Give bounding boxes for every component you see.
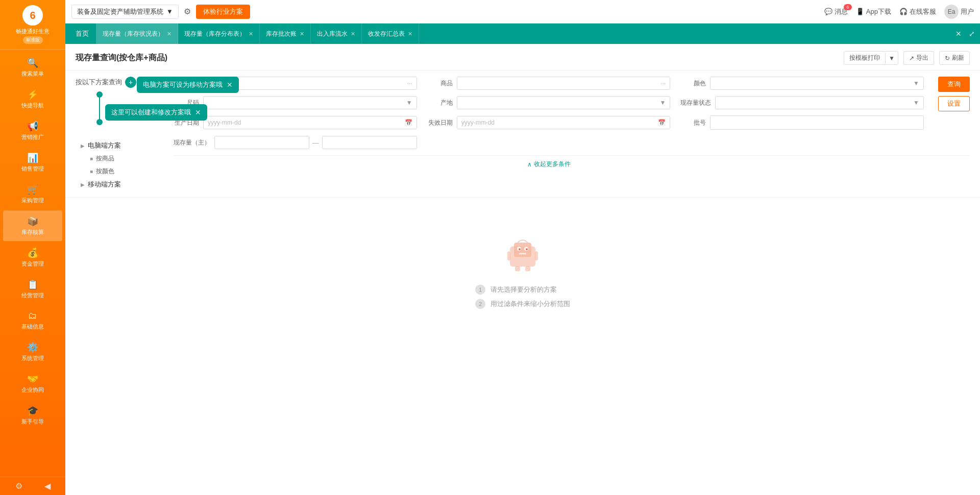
sidebar-item-purchase[interactable]: 🛒 采购管理 <box>3 179 62 209</box>
empty-step-1: 1 请先选择要分析的方案 <box>475 285 570 295</box>
sidebar-label-guide: 新手引导 <box>21 418 44 426</box>
marketing-icon: 📢 <box>27 121 38 132</box>
sidebar-item-system[interactable]: ⚙️ 系统管理 <box>3 337 62 367</box>
stock-qty-range: — <box>214 136 417 149</box>
svg-rect-6 <box>519 253 526 254</box>
scheme-mobile-group[interactable]: ▶ 移动端方案 <box>81 178 167 191</box>
search-icon: 🔍 <box>27 57 38 68</box>
origin-field: 产地 ▼ <box>427 96 671 109</box>
expire-date-input[interactable]: yyyy-mm-dd 📅 <box>457 116 671 129</box>
app-download-btn[interactable]: 📱 App下载 <box>856 7 891 16</box>
headset-icon: 🎧 <box>899 8 908 15</box>
tab-close-recv-summary[interactable]: ✕ <box>408 31 412 37</box>
tab-close-inventory-status[interactable]: ✕ <box>167 31 172 37</box>
sidebar-item-operations[interactable]: 📋 经营管理 <box>3 274 62 304</box>
finance-icon: 💰 <box>27 247 38 258</box>
tooltip-create-scheme: 这里可以创建和修改方案哦 ✕ <box>105 104 207 121</box>
print-label[interactable]: 按模板打印 <box>844 52 885 64</box>
tab-home[interactable]: 首页 <box>68 23 96 44</box>
query-btn[interactable]: 查询 <box>938 77 970 92</box>
purchase-icon: 🛒 <box>27 184 38 195</box>
warehouse-dots: ··· <box>407 80 412 87</box>
user-label: 用户 <box>961 7 974 16</box>
page-title: 现存量查询(按仓库+商品) <box>76 53 167 63</box>
calendar-icon-prod: 📅 <box>405 119 412 126</box>
logo-icon: 6 <box>22 5 43 26</box>
topbar-right: 💬 消息 6 📱 App下载 🎧 在线客服 Ea 用户 <box>824 5 974 19</box>
sidebar-item-sales[interactable]: 📊 销售管理 <box>3 147 62 178</box>
batch-no-input[interactable] <box>710 115 924 130</box>
tab-inventory-dist[interactable]: 现存量（库存分布表） ✕ <box>178 23 260 44</box>
stock-status-select[interactable]: ▼ <box>715 96 924 109</box>
tooltip1-text: 电脑方案可设为移动方案哦 <box>143 80 223 89</box>
sidebar-label-basics: 基础信息 <box>21 323 44 331</box>
sidebar-item-quicknav[interactable]: ⚡ 快捷导航 <box>3 84 62 114</box>
svg-point-5 <box>526 248 528 250</box>
stock-qty-min-input[interactable] <box>214 136 309 149</box>
sidebar-label-marketing: 营销推广 <box>21 133 44 141</box>
sidebar-logo: 6 畅捷通好生意 标准版 <box>0 0 65 50</box>
online-service-btn[interactable]: 🎧 在线客服 <box>899 7 936 16</box>
tooltip2-text: 这里可以创建和修改方案哦 <box>111 108 191 117</box>
scheme-item-color[interactable]: ■ 按颜色 <box>90 165 167 178</box>
tab-maximize-btn[interactable]: ⤢ <box>967 28 977 40</box>
sidebar-label-inventory: 库存核算 <box>21 228 44 236</box>
prod-date-input[interactable]: yyyy-mm-dd 📅 <box>203 116 417 129</box>
origin-select[interactable]: ▼ <box>457 96 671 109</box>
user-profile-btn[interactable]: Ea 用户 <box>944 5 974 19</box>
add-scheme-btn[interactable]: + <box>125 77 136 88</box>
scheme-desktop-group[interactable]: ▶ 电脑端方案 <box>81 139 167 152</box>
tab-inout-flow[interactable]: 出入库流水 ✕ <box>311 23 362 44</box>
experience-btn[interactable]: 体验行业方案 <box>196 5 250 19</box>
sidebar-item-guide[interactable]: 🎓 新手引导 <box>3 400 62 431</box>
sidebar-item-search[interactable]: 🔍 搜索菜单 <box>3 52 62 83</box>
refresh-label: 刷新 <box>952 54 964 62</box>
stock-status-field: 现存量状态 ▼ <box>680 96 924 109</box>
size-field: 尺码 ▼ <box>174 96 417 109</box>
tab-batch-ledger[interactable]: 库存批次账 ✕ <box>260 23 311 44</box>
tab-close-inout-flow[interactable]: ✕ <box>351 31 355 37</box>
topbar: 装备及固定资产辅助管理系统 ▼ ⚙ 体验行业方案 💬 消息 6 📱 App下载 … <box>65 0 980 23</box>
svg-rect-7 <box>507 251 510 261</box>
goods-label: 商品 <box>427 79 453 88</box>
origin-arrow-icon: ▼ <box>659 99 666 106</box>
sidebar-item-enterprise[interactable]: 🤝 企业协同 <box>3 368 62 399</box>
scheme-desktop-label: 电脑端方案 <box>88 141 121 150</box>
scheme-item-goods[interactable]: ■ 按商品 <box>90 152 167 165</box>
tooltip1-close-btn[interactable]: ✕ <box>227 81 233 89</box>
tab-close-batch-ledger[interactable]: ✕ <box>300 31 304 37</box>
sidebar-item-inventory[interactable]: 📦 库存核算 <box>3 210 62 241</box>
svg-rect-10 <box>525 266 530 271</box>
tab-inventory-status[interactable]: 现存量（库存状况表） ✕ <box>96 23 178 44</box>
stock-qty-max-input[interactable] <box>322 136 417 149</box>
settings-btn[interactable]: 设置 <box>938 96 970 111</box>
sidebar-item-finance[interactable]: 💰 资金管理 <box>3 242 62 273</box>
goods-input[interactable]: ··· <box>457 77 671 90</box>
app-download-label: App下载 <box>866 7 891 16</box>
sales-icon: 📊 <box>27 152 38 163</box>
sidebar-item-marketing[interactable]: 📢 营销推广 <box>3 115 62 146</box>
filter-label: 按以下方案查询 <box>76 78 122 87</box>
notifications-btn[interactable]: 💬 消息 6 <box>824 7 848 16</box>
system-selector[interactable]: 装备及固定资产辅助管理系统 ▼ <box>71 5 179 19</box>
tab-recv-summary[interactable]: 收发存汇总表 ✕ <box>362 23 419 44</box>
collapse-area: ∧ 收起更多条件 <box>174 155 970 173</box>
sidebar-settings-btn[interactable]: ⚙ <box>15 481 22 491</box>
sidebar-collapse-btn[interactable]: ◀ <box>44 481 51 491</box>
topbar-settings-icon[interactable]: ⚙ <box>184 7 191 16</box>
export-btn[interactable]: ↗ 导出 <box>903 51 934 65</box>
tab-close-inventory-dist[interactable]: ✕ <box>249 31 253 37</box>
print-arrow-icon[interactable]: ▼ <box>885 53 898 64</box>
refresh-btn[interactable]: ↻ 刷新 <box>939 51 970 65</box>
guide-icon: 🎓 <box>27 405 38 416</box>
export-label: 导出 <box>916 54 928 62</box>
print-btn[interactable]: 按模板打印 ▼ <box>844 51 898 65</box>
tab-close-all-btn[interactable]: ✕ <box>953 28 964 40</box>
color-select[interactable]: ▼ <box>710 77 924 90</box>
sidebar-item-basics[interactable]: 🗂 基础信息 <box>3 305 62 336</box>
content-header: 现存量查询(按仓库+商品) 按模板打印 ▼ ↗ 导出 ↻ 刷新 <box>65 44 980 70</box>
size-select[interactable]: ▼ <box>203 96 417 109</box>
collapse-btn[interactable]: ∧ 收起更多条件 <box>174 156 924 173</box>
calendar-icon-expire: 📅 <box>658 119 666 126</box>
tooltip2-close-btn[interactable]: ✕ <box>195 108 201 116</box>
